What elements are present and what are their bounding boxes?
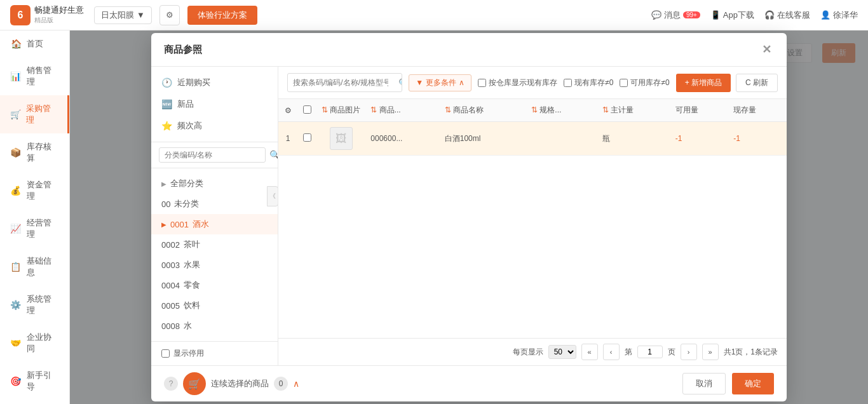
cat-label: 全部分类 (170, 178, 203, 189)
footer-right: 取消 确定 (682, 373, 774, 394)
available-stock-checkbox[interactable] (564, 79, 572, 87)
sidebar-item-system[interactable]: ⚙️ 系统管理 (0, 286, 69, 324)
sidebar-item-operations[interactable]: 📈 经营管理 (0, 210, 69, 248)
sidebar-item-inventory[interactable]: 📦 库存核算 (0, 133, 69, 172)
col-spec: ⇅ 规格... (526, 99, 597, 122)
modal-overlay: 商品参照 ✕ 🕐 近期购买 🆕 (70, 30, 868, 404)
panel-collapse-button[interactable]: 《 (267, 186, 278, 206)
col-unit: ⇅ 主计量 (597, 99, 670, 122)
category-item-0002[interactable]: 0002 茶叶 (151, 234, 278, 255)
sidebar-item-basic-info[interactable]: 📋 基础信息 (0, 248, 69, 286)
logo-text-block: 畅捷通好生意 精品版 (34, 5, 84, 25)
message-icon: 💬 (651, 10, 661, 20)
category-item-all[interactable]: ▶ 全部分类 (151, 173, 278, 194)
user-profile-btn[interactable]: 👤 徐泽华 (820, 10, 858, 21)
category-search-input[interactable] (159, 147, 266, 163)
available-stock-checkbox-label[interactable]: 现有库存≠0 (564, 77, 613, 88)
dropdown-arrow-icon: ▼ (137, 10, 145, 20)
col-image-label: 商品图片 (330, 105, 360, 114)
sidebar-item-label: 资金管理 (27, 179, 59, 202)
table-row[interactable]: 1 🖼 000600... 白酒100ml (278, 122, 787, 156)
next-page-button[interactable]: › (681, 344, 697, 360)
cat-label: 0003 (161, 260, 180, 270)
nav-dropdown[interactable]: 日太阳膜 ▼ (94, 6, 152, 24)
refresh-button[interactable]: C 刷新 (736, 74, 778, 92)
show-disabled-checkbox[interactable] (161, 349, 170, 358)
quick-item-label: 新品 (177, 98, 194, 110)
warehouse-display-checkbox[interactable] (478, 79, 486, 87)
toolbar-right: + 新增商品 C 刷新 (676, 74, 778, 92)
page-number-input[interactable] (637, 346, 663, 358)
first-page-button[interactable]: « (581, 344, 598, 360)
app-download-btn[interactable]: 📱 App下载 (710, 10, 754, 21)
cart-icon: 🛒 (188, 378, 201, 390)
messages-badge: 99+ (683, 11, 700, 18)
category-item-00[interactable]: 00 未分类 (151, 194, 278, 214)
sidebar-item-label: 企业协同 (27, 332, 59, 354)
category-item-0005[interactable]: 0005 饮料 (151, 295, 278, 316)
prev-page-button[interactable]: ‹ (603, 344, 620, 360)
gear-icon[interactable]: ⚙ (285, 106, 292, 115)
sidebar-item-sales[interactable]: 📊 销售管理 (0, 57, 69, 95)
modal-footer: ? 🛒 连续选择的商品 0 ∧ 取消 确定 (151, 365, 787, 401)
sidebar-item-guide[interactable]: 🎯 新手引导 (0, 362, 69, 400)
cart-button[interactable]: 🛒 (183, 372, 206, 395)
cat-label: 0001 (170, 220, 189, 229)
continuous-label: 连续选择的商品 (211, 378, 269, 389)
sidebar-item-finance[interactable]: 💰 资金管理 (0, 172, 69, 210)
category-item-0003[interactable]: 0003 水果 (151, 255, 278, 275)
help-icon-button[interactable]: ? (164, 377, 178, 391)
finance-icon: 💰 (10, 185, 22, 196)
show-disabled-label: 显示停用 (173, 348, 204, 359)
row-code: 000600... (365, 122, 439, 156)
quick-item-frequent[interactable]: ⭐ 频次高 (151, 115, 278, 137)
cancel-button[interactable]: 取消 (682, 373, 726, 394)
online-service-btn[interactable]: 🎧 在线客服 (764, 10, 810, 21)
add-product-button[interactable]: + 新增商品 (676, 74, 731, 92)
gear-button[interactable]: ⚙ (159, 5, 180, 25)
show-disabled-area: 显示停用 (151, 341, 278, 365)
category-item-0004[interactable]: 0004 零食 (151, 275, 278, 295)
usable-stock-checkbox-label[interactable]: 可用库存≠0 (620, 77, 669, 88)
sidebar-item-apps[interactable]: 📱 应用中心 (0, 400, 69, 404)
quick-item-recent[interactable]: 🕐 近期购买 (151, 72, 278, 93)
content-area: 查询 设置 刷新 商品参照 ✕ 🕐 (70, 30, 868, 404)
product-search-bar: 🔍 (287, 73, 402, 92)
cat-arrow-icon: ▶ (161, 180, 166, 187)
sidebar-item-label: 系统管理 (27, 293, 59, 316)
sort-icon: ⇅ (370, 105, 377, 114)
category-item-0001[interactable]: ▶ 0001 酒水 (151, 214, 278, 234)
col-name-label: 商品名称 (453, 105, 484, 114)
quick-item-new[interactable]: 🆕 新品 (151, 93, 278, 115)
sidebar-item-purchase[interactable]: 🛒 采购管理 (0, 95, 69, 133)
more-filter-button[interactable]: ▼ 更多条件 ∧ (409, 74, 471, 91)
product-table-area: ⚙ ⇅ 商品图片 (278, 99, 787, 338)
select-all-checkbox[interactable] (303, 105, 311, 114)
col-spec-label: 规格... (539, 105, 561, 114)
product-image: 🖼 (330, 127, 353, 150)
warehouse-display-checkbox-label[interactable]: 按仓库显示现有库存 (478, 77, 557, 88)
category-item-0010[interactable]: 0010 家电 (151, 336, 278, 341)
modal-close-button[interactable]: ✕ (759, 42, 774, 57)
confirm-button[interactable]: 确定 (732, 373, 774, 394)
page-size-select[interactable]: 50 (548, 345, 576, 359)
main-layout: 🏠 首页 📊 销售管理 🛒 采购管理 📦 库存核算 💰 资金管理 📈 经营管理 … (0, 30, 868, 404)
product-search-input[interactable] (288, 78, 393, 87)
row-available: -1 (670, 122, 729, 156)
nav-cta-button[interactable]: 体验行业方案 (187, 6, 257, 25)
category-search-icon[interactable]: 🔍 (269, 150, 278, 160)
row-checkbox[interactable] (303, 133, 311, 142)
cat-name: 水果 (184, 259, 200, 271)
col-stock: 现存量 (728, 99, 787, 122)
category-item-0008[interactable]: 0008 水 (151, 316, 278, 336)
footer-collapse-icon[interactable]: ∧ (293, 379, 299, 389)
new-icon: 🆕 (161, 99, 172, 109)
usable-stock-checkbox[interactable] (620, 79, 628, 87)
product-search-icon[interactable]: 🔍 (393, 78, 402, 88)
sidebar-item-enterprise[interactable]: 🤝 企业协同 (0, 324, 69, 362)
sidebar-item-home[interactable]: 🏠 首页 (0, 30, 69, 57)
sidebar-item-label: 采购管理 (26, 103, 57, 126)
logo-icon: 6 (10, 5, 31, 25)
last-page-button[interactable]: » (702, 344, 719, 360)
messages-btn[interactable]: 💬 消息 99+ (651, 10, 700, 21)
